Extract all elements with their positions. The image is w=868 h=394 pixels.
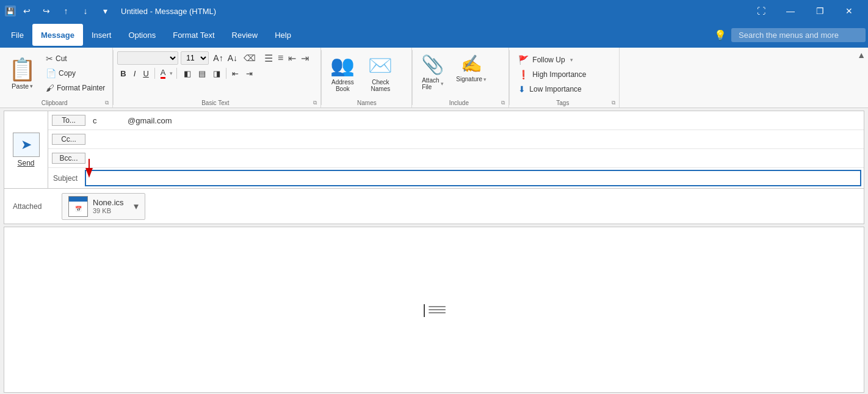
clipboard-content: 📋 Paste ▾ ✂ Cut 📄 Copy 🖌 Format P — [4, 49, 109, 98]
numbered-list-button[interactable]: ≡ — [276, 52, 285, 65]
minimize-button[interactable]: — — [776, 0, 805, 22]
tags-expand-icon[interactable]: ⧉ — [612, 100, 615, 106]
down-button[interactable]: ↓ — [78, 4, 93, 18]
to-input[interactable] — [89, 114, 864, 128]
attach-file-label: AttachFile — [422, 77, 439, 90]
follow-up-button[interactable]: 🚩 Follow Up ▾ — [516, 54, 613, 66]
italic-button[interactable]: I — [131, 68, 139, 79]
more-button[interactable]: ▾ — [98, 4, 112, 18]
list-buttons: ☰ ≡ ⇤ ⇥ — [262, 52, 311, 65]
include-group: 📎 AttachFile ▾ ✍ Signature ▾ Include ⧉ — [413, 48, 509, 108]
cursor-line-1 — [429, 306, 446, 307]
address-book-button[interactable]: 👥 AddressBook — [325, 51, 360, 95]
ribbon-collapse-button[interactable]: ▲ — [855, 48, 868, 108]
format-painter-button[interactable]: 🖌 Format Painter — [43, 82, 107, 94]
attach-file-dropdown-icon: ▾ — [441, 81, 444, 87]
font-color-dropdown[interactable]: ▾ — [170, 70, 173, 76]
font-color-button[interactable]: A — [157, 67, 169, 80]
menu-format-text[interactable]: Format Text — [164, 24, 223, 46]
attachment-expand-icon[interactable]: ▾ — [134, 200, 139, 212]
align-left-button[interactable]: ◧ — [181, 68, 194, 79]
cut-icon: ✂ — [46, 54, 53, 64]
close-button[interactable]: ✕ — [835, 0, 863, 22]
send-arrow-icon: ➤ — [21, 137, 32, 153]
attached-label: Attached — [8, 202, 62, 211]
names-content: 👥 AddressBook ✉️ CheckNames — [325, 49, 408, 98]
title-bar: 💾 ↩ ↪ ↑ ↓ ▾ Untitled - Message (HTML) ⛶ … — [0, 0, 868, 22]
cut-button[interactable]: ✂ Cut — [43, 53, 107, 65]
text-cursor-icon: | — [422, 302, 426, 318]
include-content: 📎 AttachFile ▾ ✍ Signature ▾ — [416, 49, 505, 98]
high-importance-button[interactable]: ❗ High Importance — [516, 68, 613, 81]
menu-insert[interactable]: Insert — [83, 24, 120, 46]
subject-label: Subject — [48, 174, 85, 183]
increase-indent2-button[interactable]: ⇥ — [243, 68, 256, 79]
check-names-button[interactable]: ✉️ CheckNames — [363, 51, 397, 95]
underline-button[interactable]: U — [140, 68, 151, 79]
follow-up-label: Follow Up — [532, 56, 565, 64]
menu-bar: File Message Insert Options Format Text … — [0, 22, 868, 48]
bold-button[interactable]: B — [117, 68, 129, 79]
font-select[interactable] — [117, 51, 178, 65]
align-right-button[interactable]: ◨ — [210, 68, 223, 79]
expand-button[interactable]: ⛶ — [747, 0, 775, 22]
redo-button[interactable]: ↪ — [39, 4, 54, 18]
attachment-chip[interactable]: 📅 None.ics 39 KB ▾ — [62, 193, 145, 220]
include-expand-icon[interactable]: ⧉ — [501, 100, 505, 106]
menu-options[interactable]: Options — [120, 24, 164, 46]
clipboard-expand-icon[interactable]: ⧉ — [105, 100, 109, 106]
paste-dropdown-icon: ▾ — [30, 83, 33, 89]
attachment-info: None.ics 39 KB — [93, 198, 124, 214]
send-label[interactable]: Send — [17, 159, 34, 167]
cc-input[interactable] — [89, 133, 864, 147]
copy-button[interactable]: 📄 Copy — [43, 67, 107, 79]
clipboard-group: 📋 Paste ▾ ✂ Cut 📄 Copy 🖌 Format P — [0, 48, 113, 108]
attach-file-button[interactable]: 📎 AttachFile ▾ — [416, 51, 449, 93]
decrease-indent-button[interactable]: ⇤ — [286, 52, 298, 65]
low-importance-button[interactable]: ⬇ Low Importance — [516, 83, 613, 95]
menu-message[interactable]: Message — [32, 24, 83, 46]
undo-button[interactable]: ↩ — [20, 4, 34, 18]
subject-input[interactable] — [85, 170, 861, 186]
up-button[interactable]: ↑ — [59, 4, 73, 18]
tags-label: Tags ⧉ — [513, 98, 615, 108]
increase-indent-button[interactable]: ⇥ — [299, 52, 311, 65]
menu-file[interactable]: File — [2, 24, 32, 46]
attachment-name: None.ics — [93, 198, 124, 207]
signature-button[interactable]: ✍ Signature ▾ — [451, 51, 491, 85]
menu-review[interactable]: Review — [223, 24, 267, 46]
title-bar-nav: ↩ ↪ ↑ ↓ ▾ — [20, 4, 112, 18]
email-header: ➤ Send To... Cc... Bcc... Subject — [4, 111, 864, 189]
address-book-icon: 👥 — [330, 54, 355, 77]
basic-text-expand-icon[interactable]: ⧉ — [313, 100, 317, 106]
attachment-size: 39 KB — [93, 207, 124, 214]
names-group: 👥 AddressBook ✉️ CheckNames Names — [322, 48, 412, 108]
names-label: Names — [325, 98, 408, 108]
to-button[interactable]: To... — [52, 115, 85, 126]
clear-format-button[interactable]: ⌫ — [242, 53, 258, 64]
align-center-button[interactable]: ▤ — [195, 68, 209, 79]
format-row: B I U A ▾ ◧ ▤ ◨ ⇤ ⇥ — [117, 67, 256, 80]
subject-row: Subject — [48, 168, 864, 188]
decrease-indent2-button[interactable]: ⇤ — [229, 68, 242, 79]
menu-help[interactable]: Help — [266, 24, 300, 46]
font-row: 11 A↑ A↓ ⌫ ☰ ≡ ⇤ ⇥ — [117, 51, 311, 65]
increase-font-button[interactable]: A↑ — [211, 53, 225, 64]
search-input[interactable] — [731, 28, 866, 42]
high-importance-label: High Importance — [532, 70, 586, 79]
bcc-input[interactable] — [89, 151, 864, 166]
ribbon: 📋 Paste ▾ ✂ Cut 📄 Copy 🖌 Format P — [0, 48, 868, 108]
size-select[interactable]: 11 — [181, 51, 209, 65]
flag-icon: 🚩 — [518, 55, 529, 65]
send-box[interactable]: ➤ — [13, 133, 40, 157]
bcc-button[interactable]: Bcc... — [52, 153, 85, 164]
send-panel[interactable]: ➤ Send — [4, 111, 48, 188]
check-names-label: CheckNames — [371, 79, 391, 92]
save-icon[interactable]: 💾 — [5, 5, 16, 16]
email-body[interactable]: | — [4, 227, 864, 393]
paste-button[interactable]: 📋 Paste ▾ — [4, 49, 41, 98]
bullet-list-button[interactable]: ☰ — [262, 52, 275, 65]
cc-button[interactable]: Cc... — [52, 134, 85, 145]
decrease-font-button[interactable]: A↓ — [226, 53, 239, 64]
restore-button[interactable]: ❐ — [806, 0, 834, 22]
